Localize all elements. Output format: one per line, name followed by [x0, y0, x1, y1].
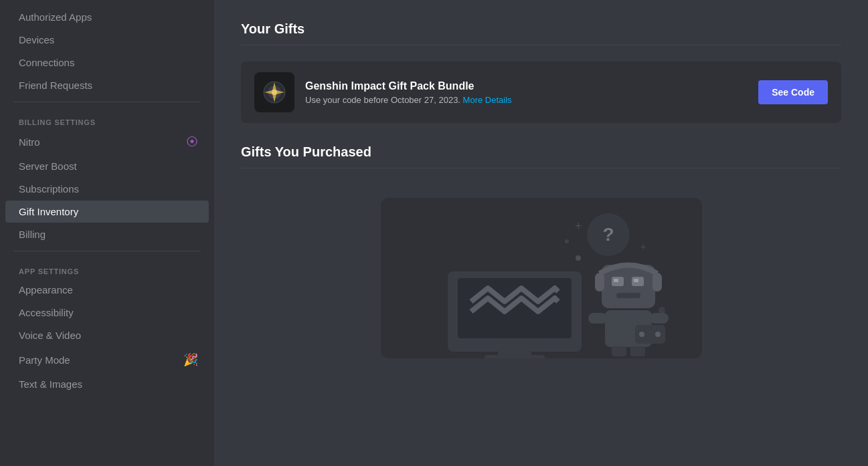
nitro-icon: ⦿	[186, 135, 198, 149]
svg-point-29	[576, 255, 581, 261]
svg-text:+: +	[575, 219, 582, 233]
sidebar-item-label: Text & Images	[19, 378, 82, 390]
divider-billing	[13, 102, 201, 102]
more-details-link[interactable]: More Details	[463, 95, 512, 105]
gift-card-title: Genshin Impact Gift Pack Bundle	[305, 80, 748, 92]
sidebar-item-label: Connections	[19, 57, 74, 68]
sidebar-item-label: Friend Requests	[19, 80, 92, 91]
svg-rect-17	[634, 279, 638, 282]
illustration-container: ? + +	[241, 185, 841, 372]
sidebar-item-voice-video[interactable]: Voice & Video	[5, 324, 209, 346]
gift-card-info: Genshin Impact Gift Pack Bundle Use your…	[305, 80, 748, 105]
sidebar-item-subscriptions[interactable]: Subscriptions	[5, 178, 209, 200]
svg-rect-23	[650, 313, 669, 324]
svg-rect-28	[630, 346, 645, 356]
sidebar-item-label: Devices	[19, 34, 54, 45]
sidebar-item-gift-inventory[interactable]: Gift Inventory	[5, 201, 209, 223]
billing-section-label: BILLING SETTINGS	[5, 108, 209, 129]
app-section-label: APP SETTINGS	[5, 257, 209, 278]
svg-point-31	[659, 307, 665, 314]
sidebar-item-devices[interactable]: Devices	[5, 29, 209, 51]
sidebar-item-label: Server Boost	[19, 160, 77, 172]
gift-card-subtitle: Use your code before October 27, 2023. M…	[305, 95, 748, 105]
sidebar-item-authorized-apps[interactable]: Authorized Apps	[5, 6, 209, 28]
genshin-icon-svg	[258, 76, 291, 109]
svg-rect-27	[612, 346, 626, 356]
gifts-purchased-divider	[241, 168, 841, 168]
sidebar-item-nitro[interactable]: Nitro ⦿	[5, 130, 209, 154]
sidebar-item-billing[interactable]: Billing	[5, 223, 209, 245]
sidebar-item-label: Accessibility	[19, 307, 74, 318]
svg-point-26	[655, 332, 661, 337]
sidebar-item-label: Billing	[19, 229, 46, 240]
sidebar-item-label: Party Mode	[19, 354, 70, 366]
gifts-purchased-title: Gifts You Purchased	[241, 144, 841, 160]
gift-card: Genshin Impact Gift Pack Bundle Use your…	[241, 62, 841, 123]
svg-text:?: ?	[602, 224, 614, 245]
sidebar-item-label: Authorized Apps	[19, 11, 92, 23]
svg-point-3	[272, 90, 277, 95]
your-gifts-title: Your Gifts	[241, 21, 841, 37]
empty-state-illustration: ? + +	[381, 198, 702, 358]
divider-app	[13, 251, 201, 251]
sidebar-item-label: Voice & Video	[19, 330, 81, 341]
sidebar-item-server-boost[interactable]: Server Boost	[5, 155, 209, 177]
svg-rect-20	[653, 273, 662, 292]
sidebar-item-friend-requests[interactable]: Friend Requests	[5, 74, 209, 96]
sidebar-item-label: Gift Inventory	[19, 206, 78, 217]
sidebar: Authorized Apps Devices Connections Frie…	[0, 0, 214, 466]
svg-rect-16	[614, 279, 618, 282]
sidebar-item-text-images[interactable]: Text & Images	[5, 373, 209, 395]
sidebar-item-label: Appearance	[19, 284, 73, 296]
gift-card-icon	[254, 72, 294, 112]
see-code-button[interactable]: See Code	[758, 80, 828, 104]
svg-point-30	[565, 239, 569, 243]
sidebar-item-label: Subscriptions	[19, 183, 79, 195]
sidebar-item-accessibility[interactable]: Accessibility	[5, 302, 209, 324]
svg-point-25	[639, 332, 644, 337]
main-content: Your Gifts Genshin Impact Gift Pack Bund…	[214, 0, 868, 466]
sidebar-item-appearance[interactable]: Appearance	[5, 279, 209, 301]
sidebar-item-party-mode[interactable]: Party Mode 🎉	[5, 347, 209, 372]
party-icon: 🎉	[183, 352, 198, 367]
svg-rect-19	[595, 273, 604, 292]
empty-state-svg: ? + +	[381, 198, 702, 358]
sidebar-item-connections[interactable]: Connections	[5, 51, 209, 74]
svg-rect-18	[616, 293, 640, 298]
svg-text:+: +	[640, 241, 646, 252]
sidebar-item-label: Nitro	[19, 136, 40, 148]
svg-rect-22	[588, 313, 607, 324]
svg-rect-12	[485, 355, 545, 358]
your-gifts-divider	[241, 45, 841, 45]
